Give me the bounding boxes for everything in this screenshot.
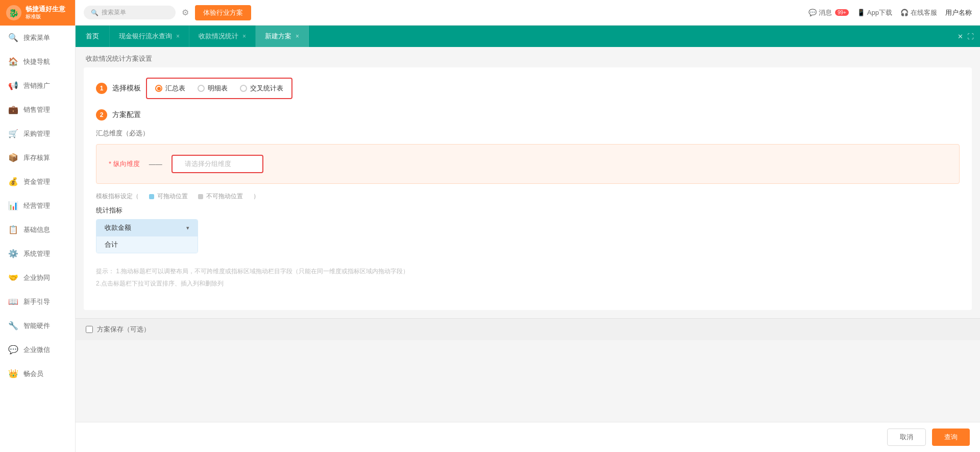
logo-name: 畅捷通好生意: [26, 5, 65, 13]
metrics-group-row: 统计指标: [96, 206, 960, 215]
service-btn[interactable]: 🎧 在线客服: [900, 8, 937, 17]
dimension-area: * 纵向维度 —— 请选择分组维度: [96, 144, 960, 184]
tip-line2: 2.点击标题栏下拉可设置排序、插入列和删除列: [96, 277, 960, 290]
sidebar-item-purchase[interactable]: 🛒 采购管理: [0, 122, 75, 146]
sidebar-item-hardware[interactable]: 🔧 智能硬件: [0, 314, 75, 338]
radio-cross[interactable]: 交叉统计表: [240, 84, 283, 93]
logo-icon: 🐉: [6, 5, 21, 20]
dimension-select[interactable]: 请选择分组维度: [172, 155, 263, 173]
sidebar-label-hardware: 智能硬件: [23, 321, 50, 330]
sidebar-item-inventory[interactable]: 📦 库存核算: [0, 146, 75, 170]
save-plan-checkbox[interactable]: [86, 326, 93, 333]
template-radio-group: 汇总表 明细表 交叉统计表: [146, 78, 292, 99]
download-icon: 📱: [857, 9, 865, 16]
username[interactable]: 用户名称: [945, 8, 972, 17]
topbar-left: 🔍 搜索菜单 ⚙ 体验行业方案: [84, 5, 251, 20]
radio-summary-circle: [155, 85, 162, 92]
sidebar-item-sales[interactable]: 💼 销售管理: [0, 98, 75, 122]
menu-search[interactable]: 🔍 搜索菜单: [84, 6, 176, 19]
content: 收款情况统计方案设置 1 选择模板 汇总表 明细表: [76, 47, 980, 422]
save-plan-label: 方案保存（可选）: [97, 325, 150, 334]
sidebar-item-operations[interactable]: 📊 经营管理: [0, 194, 75, 218]
download-label: App下载: [867, 8, 892, 17]
tab-receipt-close[interactable]: ×: [242, 33, 246, 40]
sidebar-label-finance: 资金管理: [23, 177, 50, 186]
cancel-button[interactable]: 取消: [887, 429, 926, 446]
notification-label: 消息: [819, 8, 832, 17]
non-draggable-label: 不可拖动位置: [206, 192, 243, 201]
search-placeholder: 搜索菜单: [102, 8, 126, 17]
notification-btn[interactable]: 💬 消息 99+: [808, 8, 849, 17]
sidebar-item-member[interactable]: 👑 畅会员: [0, 362, 75, 386]
tab-new-plan[interactable]: 新建方案 ×: [256, 26, 309, 47]
step2-title: 方案配置: [112, 110, 141, 120]
dimension-label: 汇总维度（必选）: [96, 129, 960, 138]
sidebar-item-nav[interactable]: 🏠 快捷导航: [0, 50, 75, 74]
service-label: 在线客服: [911, 8, 937, 17]
sidebar-item-wechat[interactable]: 💬 企业微信: [0, 338, 75, 362]
step1-section: 1 选择模板 汇总表 明细表 交叉统计表: [96, 78, 960, 99]
marketing-icon: 📢: [8, 81, 18, 90]
step1-title: 选择模板: [112, 84, 141, 93]
radio-detail-label: 明细表: [208, 84, 228, 93]
sidebar-label-inventory: 库存核算: [23, 153, 50, 162]
tab-new-plan-close[interactable]: ×: [296, 33, 299, 40]
radio-cross-circle: [240, 85, 247, 92]
close-all-icon[interactable]: ✕: [958, 33, 963, 40]
sidebar-label-search: 搜索菜单: [23, 33, 50, 42]
sidebar-item-finance[interactable]: 💰 资金管理: [0, 170, 75, 194]
metrics-group-label: 统计指标: [96, 206, 122, 214]
download-btn[interactable]: 📱 App下载: [857, 8, 892, 17]
sidebar-label-collab: 企业协同: [23, 273, 50, 282]
sidebar-item-system[interactable]: ⚙️ 系统管理: [0, 242, 75, 266]
sidebar-label-purchase: 采购管理: [23, 129, 50, 138]
sidebar-item-search[interactable]: 🔍 搜索菜单: [0, 26, 75, 50]
step2-header: 2 方案配置: [96, 109, 960, 121]
tab-cashflow-close[interactable]: ×: [176, 33, 180, 40]
draggable-dot: [149, 194, 154, 199]
operations-icon: 📊: [8, 201, 18, 210]
query-button[interactable]: 查询: [932, 429, 970, 446]
sidebar-label-operations: 经营管理: [23, 201, 50, 210]
sidebar-label-basic: 基础信息: [23, 225, 50, 234]
page-header: 收款情况统计方案设置: [76, 47, 980, 67]
sidebar-label-system: 系统管理: [23, 249, 50, 258]
sidebar: 🐉 畅捷通好生意 标准版 🔍 搜索菜单 🏠 快捷导航 📢 营销推广 💼 销售管理…: [0, 0, 76, 452]
logo: 🐉 畅捷通好生意 标准版: [0, 0, 75, 26]
sidebar-item-marketing[interactable]: 📢 营销推广: [0, 74, 75, 98]
non-draggable-legend: 不可拖动位置: [198, 192, 243, 201]
main-area: 🔍 搜索菜单 ⚙ 体验行业方案 💬 消息 99+ 📱 App下载 🎧 在线客服 …: [76, 0, 980, 452]
sidebar-menu: 🔍 搜索菜单 🏠 快捷导航 📢 营销推广 💼 销售管理 🛒 采购管理 📦 库存核…: [0, 26, 75, 452]
system-icon: ⚙️: [8, 249, 18, 258]
maximize-icon[interactable]: ⛶: [967, 33, 974, 40]
sidebar-label-guide: 新手引导: [23, 297, 50, 306]
home-icon: 🏠: [8, 57, 18, 66]
sidebar-item-basic[interactable]: 📋 基础信息: [0, 218, 75, 242]
wechat-icon: 💬: [8, 345, 18, 354]
member-icon: 👑: [8, 369, 18, 378]
radio-detail[interactable]: 明细表: [198, 84, 228, 93]
metrics-header-row: 模板指标设定（ 可拖动位置 不可拖动位置 ）: [96, 192, 960, 201]
sales-icon: 💼: [8, 105, 18, 114]
purchase-icon: 🛒: [8, 129, 18, 138]
metrics-section: 模板指标设定（ 可拖动位置 不可拖动位置 ） 统计指标: [96, 192, 960, 255]
tip-line1: 提示： 1.拖动标题栏可以调整布局，不可跨维度或指标区域拖动栏目字段（只能在同一…: [96, 265, 960, 277]
tab-receipt-label: 收款情况统计: [199, 32, 238, 41]
finance-icon: 💰: [8, 177, 18, 186]
metrics-table-header[interactable]: 收款金额 ▾: [96, 220, 198, 236]
tab-home[interactable]: 首页: [76, 26, 110, 47]
metrics-table-cell: 合计: [96, 236, 198, 253]
tab-receipt[interactable]: 收款情况统计 ×: [189, 26, 256, 47]
search-icon: 🔍: [8, 33, 18, 42]
industry-btn[interactable]: 体验行业方案: [195, 5, 251, 20]
radio-detail-circle: [198, 85, 205, 92]
sidebar-item-guide[interactable]: 📖 新手引导: [0, 290, 75, 314]
settings-icon[interactable]: ⚙: [180, 6, 191, 19]
tabbar: 首页 现金银行流水查询 × 收款情况统计 × 新建方案 × ✕ ⛶: [76, 26, 980, 47]
radio-summary-label: 汇总表: [165, 84, 185, 93]
non-draggable-dot: [198, 194, 203, 199]
step2-section: 2 方案配置 汇总维度（必选） * 纵向维度 —— 请选择分组维度: [96, 109, 960, 290]
radio-summary[interactable]: 汇总表: [155, 84, 185, 93]
sidebar-item-collab[interactable]: 🤝 企业协同: [0, 266, 75, 290]
tab-cashflow[interactable]: 现金银行流水查询 ×: [110, 26, 189, 47]
